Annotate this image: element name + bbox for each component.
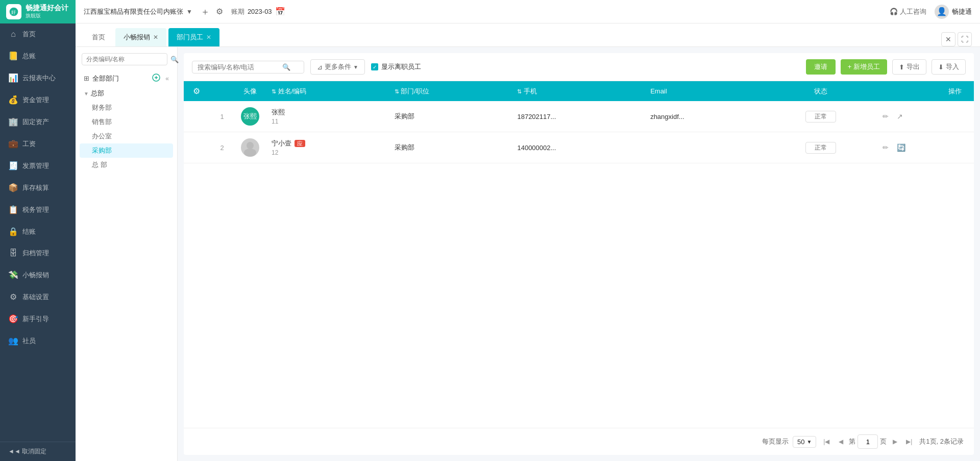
sidebar-item-home[interactable]: ⌂ 首页 — [0, 23, 76, 45]
employee-search-input[interactable] — [198, 63, 279, 71]
company-selector[interactable]: 江西服宝精品有限责任公司内账张 ▼ — [84, 7, 192, 16]
sidebar-item-ledger[interactable]: 📒 总账 — [0, 45, 76, 67]
dept-edit-icon[interactable] — [152, 74, 160, 83]
sidebar-item-funds[interactable]: 💰 资金管理 — [0, 89, 76, 111]
dept-search-input[interactable] — [82, 53, 167, 65]
invite-button[interactable]: 邀请 — [806, 59, 836, 75]
col-dept-pos-label: 部门/职位 — [401, 87, 429, 95]
sidebar-label-tax: 税务管理 — [22, 205, 49, 214]
add-employee-button[interactable]: + 新增员工 — [841, 59, 887, 75]
archive-icon: 🗄 — [8, 249, 18, 258]
employee-search-icon[interactable]: 🔍 — [282, 63, 290, 71]
tab-dept-employee[interactable]: 部门员工 ✕ — [168, 28, 219, 46]
tab-dept-employee-close[interactable]: ✕ — [206, 34, 211, 41]
company-dropdown-icon[interactable]: ▼ — [186, 8, 192, 15]
sidebar-label-settings: 基础设置 — [22, 293, 49, 302]
emp-code: 11 — [272, 118, 382, 125]
sidebar-label-ledger: 总账 — [22, 52, 36, 61]
more-icon[interactable]: ↗ — [897, 112, 903, 120]
sidebar-item-inventory[interactable]: 📦 库存核算 — [0, 177, 76, 199]
sidebar-item-tax[interactable]: 📋 税务管理 — [0, 199, 76, 221]
page-last-button[interactable]: ▶| — [903, 435, 915, 448]
tab-home[interactable]: 首页 — [84, 28, 113, 46]
page-prev-button[interactable]: ◀ — [835, 435, 847, 448]
tab-expense-close[interactable]: ✕ — [153, 34, 158, 41]
sidebar-item-expense[interactable]: 💸 小畅报销 — [0, 264, 76, 286]
tab-expense[interactable]: 小畅报销 ✕ — [115, 28, 166, 46]
dept-collapse-icon[interactable]: « — [165, 75, 169, 82]
edit-icon[interactable]: ✏ — [883, 112, 889, 120]
dept-node-office[interactable]: 办公室 — [80, 129, 173, 143]
page-label-pre: 第 — [849, 437, 855, 446]
sort-phone-icon: ⇅ — [517, 88, 522, 94]
svg-point-4 — [244, 149, 256, 157]
employee-search-wrapper: 🔍 — [192, 61, 304, 74]
tab-panel-expand-button[interactable]: ⛶ — [958, 32, 972, 46]
page-first-button[interactable]: |◀ — [820, 435, 832, 448]
dept-node-general[interactable]: 总 部 — [80, 158, 173, 172]
dept-node-hq[interactable]: ▼ 总部 — [80, 86, 173, 101]
user-name: 畅捷通 — [952, 7, 972, 16]
export-label: 导出 — [906, 62, 920, 71]
import-button[interactable]: ⬇ 导入 — [932, 59, 966, 75]
dept-all-button[interactable]: ⊞ 全部部门 « — [80, 70, 173, 86]
dept-pos: 采购部 — [395, 143, 414, 151]
dept-node-purchase[interactable]: 采购部 — [80, 143, 173, 158]
col-dept-pos[interactable]: ⇅ 部门/职位 — [388, 81, 511, 101]
user-info[interactable]: 👤 畅捷通 — [935, 5, 972, 19]
cancel-pin-button[interactable]: ◄◄ 取消固定 — [0, 442, 76, 461]
col-phone[interactable]: ⇅ 手机 — [511, 81, 644, 101]
add-button[interactable]: ＋ — [201, 6, 210, 18]
tab-expense-label: 小畅报销 — [124, 33, 150, 42]
export-button[interactable]: ⬆ 导出 — [892, 59, 926, 75]
tab-panel-close-button[interactable]: ✕ — [941, 32, 955, 46]
phone-cell: 187202117... — [511, 101, 644, 132]
dept-node-sales-label: 销售部 — [92, 118, 112, 126]
col-name-code[interactable]: ⇅ 姓名/编码 — [265, 81, 388, 101]
filter-button[interactable]: ⊿ 更多条件 ▼ — [310, 59, 365, 75]
dept-node-finance[interactable]: 财务部 — [80, 101, 173, 115]
sidebar-item-reports[interactable]: 📊 云报表中心 — [0, 67, 76, 89]
avatar-cell: 张熙 — [235, 101, 265, 132]
col-email-label: Email — [650, 87, 667, 95]
sidebar-item-invoice[interactable]: 🧾 发票管理 — [0, 155, 76, 177]
sidebar-label-salary: 工资 — [22, 139, 36, 149]
dept-node-office-label: 办公室 — [92, 132, 112, 140]
per-page-select[interactable]: 50 ▼ — [793, 436, 816, 448]
sidebar-label-reports: 云报表中心 — [22, 74, 56, 83]
show-resigned-checkbox[interactable]: ✓ — [371, 63, 378, 70]
col-settings-icon[interactable]: ⚙ — [193, 87, 200, 95]
col-avatar: 头像 — [235, 81, 265, 101]
calendar-icon[interactable]: 📅 — [275, 7, 285, 16]
sidebar-item-salary[interactable]: 💼 工资 — [0, 133, 76, 155]
show-resigned-toggle[interactable]: ✓ 显示离职员工 — [371, 62, 421, 71]
invoice-icon: 🧾 — [8, 161, 18, 171]
dept-search-icon[interactable]: 🔍 — [170, 56, 179, 63]
logo-icon: 好 — [6, 4, 21, 19]
phone: 140000002... — [517, 144, 556, 152]
sidebar-item-guide[interactable]: 🎯 新手引导 — [0, 308, 76, 330]
dept-tree: ⊞ 全部部门 « ▼ 总部 财务部 — [76, 70, 177, 455]
sidebar-item-close[interactable]: 🔒 结账 — [0, 221, 76, 242]
sidebar-item-assets[interactable]: 🏢 固定资产 — [0, 111, 76, 133]
sidebar-item-members[interactable]: 👥 社员 — [0, 330, 76, 352]
edit-icon[interactable]: ✏ — [883, 143, 889, 152]
status-cell: 正常 — [765, 101, 876, 132]
logo-area: 好 畅捷通好会计 旗舰版 — [0, 0, 76, 23]
tab-bar: 首页 小畅报销 ✕ 部门员工 ✕ ✕ ⛶ — [76, 23, 980, 47]
dept-node-sales[interactable]: 销售部 — [80, 115, 173, 129]
service-button[interactable]: 🎧 人工咨询 — [890, 7, 926, 16]
sidebar-item-settings[interactable]: ⚙ 基础设置 — [0, 286, 76, 308]
more-icon[interactable]: 🔄 — [897, 143, 905, 152]
col-settings[interactable]: ⚙ — [184, 81, 209, 101]
sidebar-label-archive: 归档管理 — [22, 249, 49, 258]
sidebar-item-archive[interactable]: 🗄 归档管理 — [0, 242, 76, 264]
phone: 187202117... — [517, 113, 556, 120]
dept-pos: 采购部 — [395, 112, 414, 120]
page-label-post: 页 — [880, 437, 887, 446]
page-input[interactable] — [857, 434, 878, 449]
settings-button[interactable]: ⚙ — [216, 7, 223, 16]
page-next-button[interactable]: ▶ — [889, 435, 901, 448]
logo-subtitle: 旗舰版 — [26, 12, 68, 19]
expand-icon: ▼ — [84, 91, 89, 96]
